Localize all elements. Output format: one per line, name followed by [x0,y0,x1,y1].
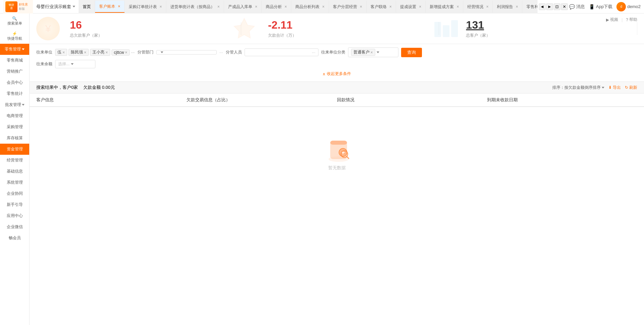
help-btn[interactable]: ? 帮助 [626,17,637,23]
tab-close-product-analysis-list[interactable]: × [322,1,325,13]
filter-tags-unit: 伍 × 陈民强 × 王小亮 × cjttcw × [55,49,135,56]
tab-bar: 首页 客户账本 × 采购订单统计表 × 进货单统计表（按商品） × 产成品入库单… [79,0,538,13]
export-icon: ⬇ [608,85,612,90]
message-btn[interactable]: 💬 消息 [569,4,585,10]
sidebar-inventory-label: 库存核算 [7,136,23,140]
collapse-filter-btn[interactable]: ∧ 收起更多条件 [323,71,351,77]
filter-category-close[interactable]: × [371,50,373,55]
sidebar-item-corp-collab[interactable]: 企业协同 [0,188,29,199]
tab-business-status[interactable]: 经营情况 × [463,1,493,13]
sort-dropdown[interactable]: 排序：按欠款金额倒序排序 [552,85,604,91]
tab-home[interactable]: 首页 [79,1,95,13]
tab-close-customer-account[interactable]: × [118,0,120,12]
window-close-btn[interactable]: ✕ [561,3,568,10]
refresh-btn[interactable]: ↻ 刷新 [625,85,637,91]
filter-dept-more[interactable]: ··· [219,50,223,55]
stats-section: ¥ 16 总欠款客户（家） -2.11 欠款合计（万） [30,13,644,44]
sidebar-item-member-pro[interactable]: 畅会员 [0,232,29,244]
th-overdue-date: 到期未收款日期 [487,97,637,103]
tab-product-analysis-list[interactable]: 商品分析列表 × [291,1,329,13]
filter-person-input[interactable]: ··· [245,48,318,56]
filter-dept-chevron-icon [161,51,163,53]
play-icon: ▶ [606,17,609,22]
tab-close-customer-tier[interactable]: × [360,1,362,13]
filter-balance-dropdown[interactable]: 选择... [55,60,95,68]
filter-tag-close-0[interactable]: × [62,50,65,55]
tab-close-customer-contact[interactable]: × [389,1,392,13]
app-download-btn[interactable]: 📱 App下载 [589,4,612,10]
logo-area: 畅捷通 好生意 标版 [3,0,33,13]
sidebar-retail-mall-label: 零售商城 [7,58,23,63]
sidebar-item-retail-stats[interactable]: 零售统计 [0,88,29,99]
sidebar-item-app-center[interactable]: 应用中心 [0,210,29,221]
tab-goods-stats[interactable]: 进货单统计表（按商品） × [166,1,224,13]
sidebar-item-finance[interactable]: 资金管理 [0,144,29,155]
tab-close-production[interactable]: × [255,1,257,13]
sidebar-search[interactable]: 🔍 搜索菜单 [0,13,29,29]
tab-profit-report[interactable]: 利润报告 × [493,1,522,13]
sidebar-item-ecommerce[interactable]: 电商管理 [0,110,29,121]
user-menu[interactable]: d demo2 [616,2,641,11]
sidebar-business-mgmt-label: 经营管理 [7,158,23,162]
tab-close-product-analysis[interactable]: × [285,1,287,13]
tab-next-btn[interactable]: ▶ [546,3,553,10]
filter-category-dropdown[interactable]: 普通客户 × [348,47,398,57]
filter-category-tag: 普通客户 × [351,49,375,56]
phone-icon: 📱 [589,4,595,9]
tab-customer-contact[interactable]: 客户联络 × [367,1,396,13]
tab-close-profit[interactable]: × [516,1,518,13]
main-layout: 🔍 搜索菜单 ⚡ 快捷导航 零售管理 零售商城 营销推广 会员中心 零售统计 [0,13,644,325]
filter-dept-dropdown[interactable] [156,50,217,55]
sidebar-member-label: 会员中心 [7,80,23,85]
th-customer-info: 客户信息 [36,97,186,103]
filter-more-tags[interactable]: ··· [131,50,135,55]
tab-purchase-order[interactable]: 采购订单统计表 × [125,1,166,13]
filter-tag-close-2[interactable]: × [105,50,108,55]
sidebar-item-retail-mall[interactable]: 零售商城 [0,55,29,66]
sidebar-item-guide[interactable]: 新手引导 [0,199,29,210]
sidebar-item-system[interactable]: 系统管理 [0,177,29,188]
video-btn[interactable]: ▶ 视频 [606,17,618,23]
sidebar-quick-nav-label: 快捷导航 [0,36,29,41]
filter-tag-close-1[interactable]: × [84,50,86,55]
sidebar-item-business-mgmt[interactable]: 经营管理 [0,155,29,166]
export-btn[interactable]: ⬇ 导出 [608,85,621,91]
tab-prev-btn[interactable]: ◀ [539,3,546,10]
tab-customer-tier[interactable]: 客户分层经营 × [329,1,367,13]
tab-close-commission[interactable]: × [419,1,421,13]
sidebar-item-wholesale[interactable]: 批发管理 [0,99,29,110]
tab-customer-account[interactable]: 客户账本 × [95,1,125,13]
sidebar-item-inventory[interactable]: 库存核算 [0,133,29,144]
window-restore-btn[interactable]: ⊡ [554,3,560,10]
tab-retail-profit[interactable]: 零售利润 × [522,1,538,13]
filter-category-chevron-icon [377,51,379,53]
tab-close-new-commission[interactable]: × [457,1,459,13]
sidebar-corp-wechat-label: 企业微信 [7,224,23,229]
sidebar-item-member[interactable]: 会员中心 [0,77,29,88]
search-icon: 🔍 [12,16,17,21]
sidebar-item-retail[interactable]: 零售管理 [0,44,29,55]
tab-close-goods-stats[interactable]: × [217,1,220,13]
tab-production[interactable]: 产成品入库单 × [224,1,262,13]
query-button[interactable]: 查询 [401,48,422,57]
logo-icon-text: 畅捷通 [9,3,14,10]
lightning-icon: ⚡ [12,31,17,36]
tab-close-business[interactable]: × [486,1,488,13]
results-amount: 欠款金额 0.00元 [83,85,115,90]
tab-close-purchase-order[interactable]: × [160,1,162,13]
sidebar-ecommerce-label: 电商管理 [7,113,23,118]
filter-tag-close-3[interactable]: × [125,50,127,55]
sidebar-quick-nav[interactable]: ⚡ 快捷导航 [0,29,29,44]
sidebar-item-purchase[interactable]: 采购管理 [0,121,29,133]
tab-commission-settings[interactable]: 提成设置 × [396,1,426,13]
tab-product-analysis[interactable]: 商品分析 × [262,1,291,13]
sidebar-item-marketing[interactable]: 营销推广 [0,66,29,77]
stat-block-customers: 16 总欠款客户（家） [36,19,241,38]
tab-new-commission[interactable]: 新增提成方案 × [426,1,463,13]
account-selector[interactable]: 母婴行业演示账套 [33,4,79,10]
sidebar-item-basic-info[interactable]: 基础信息 [0,166,29,177]
logo-icon: 畅捷通 [5,1,17,12]
sidebar-item-corp-wechat[interactable]: 企业微信 [0,221,29,232]
filter-balance-chevron-icon [71,63,74,65]
logo-text: 好生意 标版 [19,2,28,11]
